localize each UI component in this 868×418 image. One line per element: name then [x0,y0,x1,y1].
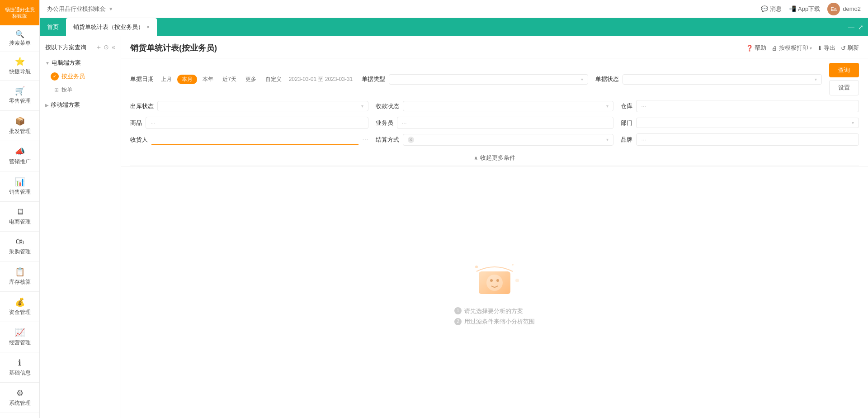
logo-area: 畅捷通好生意 标账版 [0,0,39,25]
goods-select[interactable]: ··· [146,117,368,129]
print-dropdown-icon: ▾ [810,46,812,51]
warehouse-select[interactable]: ··· [636,100,859,112]
svg-point-6 [515,279,519,282]
date-label: 单据日期 [130,75,154,83]
goods-label: 商品 [130,119,142,127]
collapse-panel-btn[interactable]: « [112,43,115,52]
clear-payment-method-btn[interactable]: × [408,137,414,143]
date-tab-last-month[interactable]: 上月 [157,75,175,84]
date-tab-last7[interactable]: 近7天 [219,75,240,84]
collapse-filter-btn[interactable]: ∧ 收起更多条件 [474,154,515,162]
settings-btn[interactable]: 设置 [829,80,859,95]
query-btn[interactable]: 查询 [829,63,859,77]
sidebar-item-finance[interactable]: 💰 资金管理 [0,292,39,322]
tab-home-label: 首页 [47,23,59,31]
payment-status-filter: 收款状态 ▾ [376,101,614,111]
sidebar-item-marketing[interactable]: 📣 营销推广 [0,141,39,171]
finance-icon: 💰 [15,297,25,307]
empty-step2: 2 用过滤条件来缩小分析范围 [454,316,535,327]
brand-filter: 品牌 ··· [621,133,859,146]
step1-num: 1 [454,307,462,314]
suite-dropdown-icon[interactable]: ▾ [109,5,113,12]
sidebar-wholesale-label: 批发管理 [9,128,31,135]
receiver-filter: 收货人 ··· [130,134,368,145]
sidebar-item-sales[interactable]: 📊 销售管理 [0,171,39,202]
sidebar-item-operations[interactable]: 📈 经营管理 [0,322,39,352]
schema-group-mobile-title[interactable]: ▶ 移动端方案 [40,98,121,112]
payment-method-filter: 结算方式 × ▾ [376,134,614,146]
maximize-btn[interactable]: ⤢ [858,24,863,31]
operations-icon: 📈 [15,328,25,337]
payment-status-label: 收款状态 [376,102,399,110]
print-btn[interactable]: 🖨 按模板打印 ▾ [772,44,812,52]
date-tab-this-month[interactable]: 本月 [177,75,197,84]
page-title: 销货单统计表(按业务员) [130,43,217,53]
step1-text: 请先选择要分析的方案 [464,306,523,316]
schema-item-salesperson[interactable]: ✓ 按业务员 [40,70,121,83]
tab-home[interactable]: 首页 [40,18,66,36]
help-label: 帮助 [755,44,766,52]
date-tab-custom[interactable]: 自定义 [262,75,285,84]
department-select[interactable]: ▾ [636,118,859,128]
inventory-icon: 📋 [15,267,25,277]
salesperson-filter: 业务员 ··· [376,117,614,129]
payment-method-select[interactable]: × ▾ [403,134,614,146]
basic-icon: ℹ [18,358,21,368]
user-info[interactable]: Ea demo2 [827,3,861,15]
minimize-btn[interactable]: — [848,24,854,31]
date-tab-more[interactable]: 更多 [242,75,260,84]
doc-status-filter: 单据状态 ▾ [595,74,822,85]
date-tab-this-year[interactable]: 本年 [199,75,217,84]
stock-status-select[interactable]: ▾ [157,101,368,111]
payment-status-select[interactable]: ▾ [403,101,614,111]
goods-value: ··· [151,119,156,126]
settings-schema-btn[interactable]: ⊙ [104,43,109,52]
page-header: 销货单统计表(按业务员) ❓ 帮助 🖨 按模板打印 ▾ ⬇ 导出 [121,36,868,58]
empty-step1: 1 请先选择要分析的方案 [454,306,535,316]
tab-sales-stats[interactable]: 销货单统计表（按业务员） × [66,18,157,36]
sidebar-item-inventory[interactable]: 📋 库存核算 [0,261,39,292]
receiver-dots[interactable]: ··· [362,136,368,144]
right-panel: 销货单统计表(按业务员) ❓ 帮助 🖨 按模板打印 ▾ ⬇ 导出 [121,36,868,418]
sidebar-item-wholesale[interactable]: 📦 批发管理 [0,111,39,141]
brand-select[interactable]: ··· [636,133,859,146]
page-actions: ❓ 帮助 🖨 按模板打印 ▾ ⬇ 导出 ↺ 刷新 [746,44,859,52]
empty-icon-area [467,258,522,299]
schema-sub-item-order[interactable]: ⊞ 按单 [40,83,121,96]
sidebar-basic-label: 基础信息 [9,369,31,377]
app-download-btn[interactable]: 📲 App下载 [789,5,820,13]
message-btn[interactable]: 💬 消息 [761,5,782,13]
date-tabs: 上月 本月 本年 近7天 更多 自定义 [157,75,285,84]
sidebar-item-retail[interactable]: 🛒 零售管理 [0,81,39,111]
sidebar-item-system[interactable]: ⚙ 系统管理 [0,383,39,413]
sidebar-item-search[interactable]: 🔍 搜索菜单 [0,25,39,52]
doc-status-select[interactable]: ▾ [623,74,822,85]
payment-method-label: 结算方式 [376,136,399,144]
export-btn[interactable]: ⬇ 导出 [817,44,835,52]
sidebar-item-ecommerce[interactable]: 🖥 电商管理 [0,202,39,232]
close-tab-btn[interactable]: × [146,24,150,30]
receiver-input[interactable] [151,134,359,145]
sidebar-item-enterprise[interactable]: 🤝 企业协同 [0,413,39,418]
main-area: 办公用品行业模拟账套 ▾ 💬 消息 📲 App下载 Ea demo2 首页 [40,0,868,418]
salesperson-label: 业务员 [376,119,393,127]
sidebar-item-quick-nav[interactable]: ⭐ 快捷导航 [0,52,39,81]
purchase-icon: 🛍 [16,237,24,247]
collapse-label: 收起更多条件 [480,154,515,162]
chevron-down-icon4: ▾ [606,104,609,109]
empty-state: 1 请先选择要分析的方案 2 用过滤条件来缩小分析范围 [121,166,868,418]
salesperson-select[interactable]: ··· [397,117,614,129]
refresh-label: 刷新 [847,44,859,52]
schema-group-desktop-title[interactable]: ▼ 电脑端方案 [40,56,121,70]
print-label: 按模板打印 [779,44,808,52]
top-bar: 办公用品行业模拟账套 ▾ 💬 消息 📲 App下载 Ea demo2 [40,0,868,18]
schema-group-desktop: ▼ 电脑端方案 ✓ 按业务员 ⊞ 按单 [40,55,121,97]
refresh-btn[interactable]: ↺ 刷新 [841,44,859,52]
help-btn[interactable]: ❓ 帮助 [746,44,766,52]
help-icon: ❓ [746,45,753,52]
add-schema-btn[interactable]: + [97,43,101,52]
sidebar-search-label: 搜索菜单 [9,39,31,47]
sidebar-item-purchase[interactable]: 🛍 采购管理 [0,232,39,261]
doc-type-select[interactable]: ▾ [389,74,588,85]
sidebar-item-basic[interactable]: ℹ 基础信息 [0,352,39,383]
